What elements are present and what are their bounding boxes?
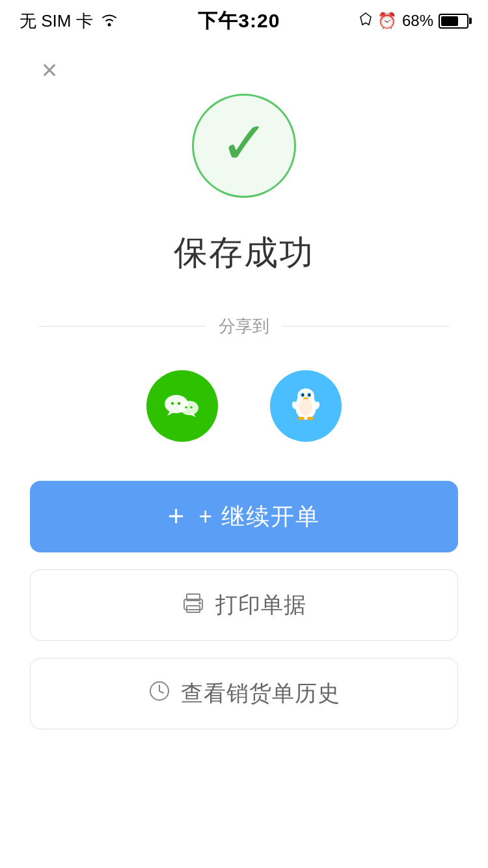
history-icon	[148, 680, 170, 708]
alarm-icon: ⏰	[377, 12, 397, 30]
share-label: 分享到	[206, 315, 282, 338]
qq-share-button[interactable]	[270, 370, 342, 442]
wechat-icon	[159, 383, 205, 429]
svg-point-0	[107, 23, 111, 26]
status-bar: 无 SIM 卡 下午3:20 ⏰ 68%	[0, 0, 488, 42]
status-left: 无 SIM 卡	[20, 10, 119, 33]
checkmark-icon: ✓	[220, 114, 269, 172]
close-icon: ×	[42, 57, 58, 84]
wifi-icon	[100, 11, 119, 31]
svg-point-6	[190, 406, 193, 409]
qq-icon	[286, 386, 326, 426]
battery-icon	[439, 14, 468, 29]
location-icon	[359, 12, 372, 30]
success-title: 保存成功	[174, 230, 314, 276]
history-label: 查看销货单历史	[181, 679, 340, 709]
sim-label: 无 SIM 卡	[20, 10, 93, 33]
history-button[interactable]: 查看销货单历史	[30, 658, 458, 729]
svg-point-2	[180, 401, 198, 415]
share-icons-row	[146, 370, 342, 442]
svg-point-14	[299, 399, 312, 416]
svg-point-22	[198, 602, 201, 604]
print-label: 打印单据	[215, 590, 306, 620]
continue-label: + 继续开单	[198, 501, 320, 533]
share-divider-row: 分享到	[0, 315, 488, 338]
share-section: 分享到	[0, 315, 488, 442]
success-circle: ✓	[192, 94, 296, 198]
svg-point-11	[302, 394, 305, 396]
main-content: ✓ 保存成功 分享到	[0, 42, 488, 729]
status-right: ⏰ 68%	[359, 12, 468, 30]
svg-point-16	[307, 417, 314, 420]
continue-button[interactable]: + + 继续开单	[30, 481, 458, 552]
svg-point-4	[178, 402, 180, 405]
close-button[interactable]: ×	[31, 52, 68, 88]
battery-percent: 68%	[402, 12, 433, 30]
wechat-share-button[interactable]	[146, 370, 218, 442]
svg-point-15	[298, 417, 305, 420]
share-line-left	[39, 326, 206, 327]
svg-point-3	[171, 402, 174, 405]
plus-icon: +	[168, 502, 186, 530]
share-line-right	[282, 326, 449, 327]
svg-point-5	[185, 406, 187, 409]
print-button[interactable]: 打印单据	[30, 569, 458, 641]
print-icon	[182, 591, 205, 619]
status-time: 下午3:20	[198, 8, 280, 34]
svg-point-12	[308, 394, 311, 396]
action-buttons: + + 继续开单 打印单据 查看销货单历	[0, 481, 488, 729]
